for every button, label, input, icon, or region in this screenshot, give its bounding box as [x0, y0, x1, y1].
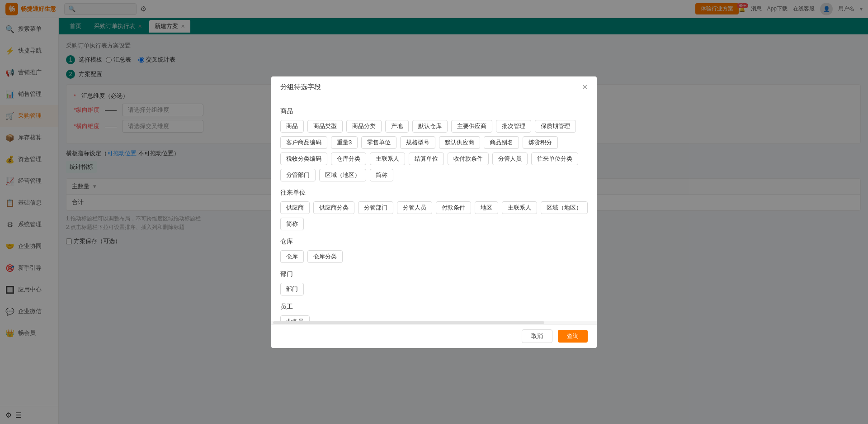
field-supervisor[interactable]: 分管人员	[492, 152, 528, 165]
field-region[interactable]: 区域（地区）	[319, 169, 366, 181]
section-employee-fields: 业务员	[280, 315, 588, 321]
section-warehouse: 仓库 仓库 仓库分类	[280, 238, 588, 263]
dialog-header: 分组待选字段 ✕	[271, 76, 597, 98]
section-partner-fields: 供应商 供应商分类 分管部门 分管人员 付款条件 地区 主联系人 区域（地区） …	[280, 201, 588, 230]
field-department[interactable]: 部门	[280, 283, 304, 295]
field-warehouse[interactable]: 仓库	[280, 250, 304, 263]
field-warehouse-cat[interactable]: 仓库分类	[307, 250, 343, 263]
field-abbrev[interactable]: 简称	[370, 169, 393, 181]
cancel-button[interactable]: 取消	[522, 329, 552, 343]
field-main-contact[interactable]: 主联系人	[370, 152, 405, 165]
field-spec-model[interactable]: 规格型号	[400, 136, 435, 149]
section-employee-title: 员工	[280, 303, 588, 311]
field-weight[interactable]: 重量3	[331, 136, 358, 149]
section-product: 商品 商品 商品类型 商品分类 产地 默认仓库 主要供应商 批次管理 保质期管理…	[280, 107, 588, 181]
dialog-title: 分组待选字段	[280, 83, 321, 91]
section-partner: 往来单位 供应商 供应商分类 分管部门 分管人员 付款条件 地区 主联系人 区域…	[280, 189, 588, 230]
field-payment-terms[interactable]: 收付款条件	[448, 152, 489, 165]
field-main-supplier[interactable]: 主要供应商	[451, 120, 492, 133]
section-partner-title: 往来单位	[280, 189, 588, 197]
field-settlement-unit[interactable]: 结算单位	[409, 152, 444, 165]
field-batch-mgmt[interactable]: 批次管理	[496, 120, 531, 133]
field-product-alias[interactable]: 商品别名	[484, 136, 519, 149]
field-supplier[interactable]: 供应商	[280, 201, 310, 214]
field-region2[interactable]: 区域（地区）	[541, 201, 588, 214]
dialog-body[interactable]: 商品 商品 商品类型 商品分类 产地 默认仓库 主要供应商 批次管理 保质期管理…	[271, 98, 597, 321]
field-refine-points[interactable]: 炼货积分	[523, 136, 558, 149]
field-warehouse-category[interactable]: 仓库分类	[331, 152, 366, 165]
section-product-title: 商品	[280, 107, 588, 115]
field-retail-unit[interactable]: 零售单位	[361, 136, 396, 149]
section-department: 部门 部门	[280, 270, 588, 295]
confirm-button[interactable]: 查询	[558, 330, 588, 343]
field-main-contact2[interactable]: 主联系人	[502, 201, 537, 214]
field-area[interactable]: 地区	[475, 201, 498, 214]
section-product-fields: 商品 商品类型 商品分类 产地 默认仓库 主要供应商 批次管理 保质期管理 客户…	[280, 120, 588, 181]
field-salesperson[interactable]: 业务员	[280, 315, 310, 321]
field-product-category[interactable]: 商品分类	[346, 120, 382, 133]
dialog-overlay: 分组待选字段 ✕ 商品 商品 商品类型 商品分类 产地 默认仓库 主要供应商 批…	[0, 0, 868, 424]
field-origin[interactable]: 产地	[385, 120, 409, 133]
section-department-fields: 部门	[280, 283, 588, 295]
h-scrollbar-thumb[interactable]	[273, 321, 544, 324]
dialog-close-button[interactable]: ✕	[582, 83, 588, 91]
section-warehouse-fields: 仓库 仓库分类	[280, 250, 588, 263]
field-expiry-mgmt[interactable]: 保质期管理	[535, 120, 576, 133]
field-default-warehouse[interactable]: 默认仓库	[412, 120, 448, 133]
dialog-footer: 取消 查询	[271, 324, 597, 348]
field-product-type[interactable]: 商品类型	[307, 120, 343, 133]
field-customer-code[interactable]: 客户商品编码	[280, 136, 327, 149]
field-dept[interactable]: 分管部门	[280, 169, 316, 181]
field-selection-dialog: 分组待选字段 ✕ 商品 商品 商品类型 商品分类 产地 默认仓库 主要供应商 批…	[271, 76, 597, 348]
field-supplier-category[interactable]: 供应商分类	[313, 201, 354, 214]
field-supervisor-dept[interactable]: 分管部门	[358, 201, 393, 214]
section-department-title: 部门	[280, 270, 588, 278]
field-default-supplier[interactable]: 默认供应商	[439, 136, 480, 149]
field-tax-code[interactable]: 税收分类编码	[280, 152, 327, 165]
field-payment-condition[interactable]: 付款条件	[436, 201, 471, 214]
field-supervisor-person[interactable]: 分管人员	[397, 201, 432, 214]
field-partner-category[interactable]: 往来单位分类	[531, 152, 578, 165]
field-product[interactable]: 商品	[280, 120, 304, 133]
section-employee: 员工 业务员	[280, 303, 588, 321]
field-abbrev2[interactable]: 简称	[280, 218, 304, 230]
dialog-h-scrollbar[interactable]	[271, 321, 597, 324]
section-warehouse-title: 仓库	[280, 238, 588, 246]
